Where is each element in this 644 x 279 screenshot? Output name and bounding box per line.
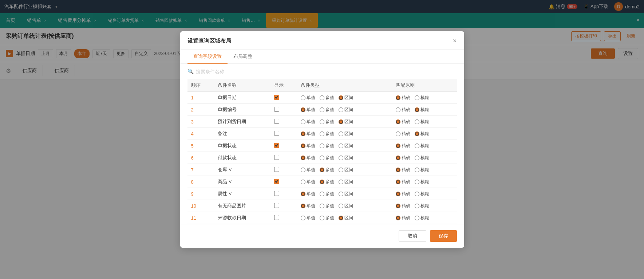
row-type-cell[interactable]: 单值多值区间: [297, 92, 392, 104]
match-radio-模糊[interactable]: [415, 107, 419, 112]
type-option-单值[interactable]: 单值: [301, 95, 315, 101]
match-radio-模糊[interactable]: [415, 144, 419, 148]
match-option-模糊[interactable]: 模糊: [415, 215, 429, 221]
type-radio-单值[interactable]: [301, 119, 305, 124]
row-type-cell[interactable]: 单值多值区间: [297, 188, 392, 200]
tab-layout-adjust[interactable]: 布局调整: [228, 50, 258, 64]
row-type-cell[interactable]: 单值多值区间: [297, 176, 392, 188]
type-radio-单值[interactable]: [301, 144, 305, 148]
row-match-cell[interactable]: 精确模糊: [392, 128, 457, 140]
type-radio-单值[interactable]: [301, 156, 305, 160]
type-radio-区间[interactable]: [339, 180, 343, 184]
type-option-区间[interactable]: 区间: [339, 143, 353, 149]
row-display-cell[interactable]: [270, 92, 297, 104]
match-option-精确[interactable]: 精确: [396, 131, 410, 137]
row-match-cell[interactable]: 精确模糊: [392, 140, 457, 152]
type-option-单值[interactable]: 单值: [301, 179, 315, 185]
row-match-cell[interactable]: 精确模糊: [392, 92, 457, 104]
type-option-区间[interactable]: 区间: [339, 107, 353, 113]
match-radio-精确[interactable]: [396, 144, 400, 148]
row-type-cell[interactable]: 单值多值区间: [297, 140, 392, 152]
type-option-区间[interactable]: 区间: [339, 95, 353, 101]
match-option-模糊[interactable]: 模糊: [415, 95, 429, 101]
search-input[interactable]: [196, 69, 261, 74]
display-checkbox[interactable]: [274, 191, 279, 196]
type-radio-区间[interactable]: [339, 144, 343, 148]
match-option-精确[interactable]: 精确: [396, 215, 410, 221]
type-radio-多值[interactable]: [320, 204, 324, 208]
match-radio-精确[interactable]: [396, 216, 400, 220]
row-type-cell[interactable]: 单值多值区间: [297, 212, 392, 224]
row-match-cell[interactable]: 精确模糊: [392, 176, 457, 188]
row-display-cell[interactable]: [270, 164, 297, 176]
match-radio-模糊[interactable]: [415, 204, 419, 208]
match-option-精确[interactable]: 精确: [396, 143, 410, 149]
row-match-cell[interactable]: 精确模糊: [392, 104, 457, 116]
type-option-单值[interactable]: 单值: [301, 203, 315, 209]
match-option-模糊[interactable]: 模糊: [415, 131, 429, 137]
match-option-精确[interactable]: 精确: [396, 179, 410, 185]
type-option-多值[interactable]: 多值: [320, 119, 334, 125]
type-radio-区间[interactable]: [339, 131, 343, 136]
match-option-精确[interactable]: 精确: [396, 203, 410, 209]
display-checkbox[interactable]: [274, 143, 279, 148]
row-match-cell[interactable]: 精确模糊: [392, 188, 457, 200]
match-radio-精确[interactable]: [396, 131, 400, 136]
type-radio-多值[interactable]: [320, 131, 324, 136]
display-checkbox[interactable]: [274, 203, 279, 208]
row-display-cell[interactable]: [270, 116, 297, 128]
row-display-cell[interactable]: [270, 188, 297, 200]
type-radio-区间[interactable]: [339, 156, 343, 160]
cancel-button[interactable]: 取消: [399, 230, 426, 242]
type-option-多值[interactable]: 多值: [320, 215, 334, 221]
type-radio-多值[interactable]: [320, 216, 324, 220]
match-option-精确[interactable]: 精确: [396, 107, 410, 113]
match-radio-精确[interactable]: [396, 192, 400, 196]
match-radio-模糊[interactable]: [415, 180, 419, 184]
type-option-多值[interactable]: 多值: [320, 131, 334, 137]
type-option-单值[interactable]: 单值: [301, 167, 315, 173]
type-radio-单值[interactable]: [301, 131, 305, 136]
row-type-cell[interactable]: 单值多值区间: [297, 128, 392, 140]
display-checkbox[interactable]: [274, 215, 279, 220]
row-match-cell[interactable]: 精确模糊: [392, 152, 457, 164]
match-radio-精确[interactable]: [396, 204, 400, 208]
match-radio-精确[interactable]: [396, 168, 400, 172]
match-option-模糊[interactable]: 模糊: [415, 107, 429, 113]
type-radio-多值[interactable]: [320, 156, 324, 160]
type-option-多值[interactable]: 多值: [320, 95, 334, 101]
match-radio-精确[interactable]: [396, 156, 400, 160]
type-radio-多值[interactable]: [320, 107, 324, 112]
row-match-cell[interactable]: 精确模糊: [392, 116, 457, 128]
match-radio-精确[interactable]: [396, 107, 400, 112]
display-checkbox[interactable]: [274, 179, 279, 184]
type-option-单值[interactable]: 单值: [301, 107, 315, 113]
display-checkbox[interactable]: [274, 107, 279, 112]
type-radio-区间[interactable]: [339, 192, 343, 196]
row-display-cell[interactable]: [270, 212, 297, 224]
display-checkbox[interactable]: [274, 155, 279, 160]
row-display-cell[interactable]: [270, 152, 297, 164]
type-option-区间[interactable]: 区间: [339, 167, 353, 173]
type-radio-单值[interactable]: [301, 168, 305, 172]
row-display-cell[interactable]: [270, 104, 297, 116]
match-option-模糊[interactable]: 模糊: [415, 191, 429, 197]
row-type-cell[interactable]: 单值多值区间: [297, 164, 392, 176]
type-option-区间[interactable]: 区间: [339, 119, 353, 125]
match-option-精确[interactable]: 精确: [396, 191, 410, 197]
match-option-模糊[interactable]: 模糊: [415, 143, 429, 149]
type-radio-多值[interactable]: [320, 95, 324, 100]
type-option-多值[interactable]: 多值: [320, 107, 334, 113]
match-radio-模糊[interactable]: [415, 168, 419, 172]
row-match-cell[interactable]: 精确模糊: [392, 200, 457, 212]
row-type-cell[interactable]: 单值多值区间: [297, 152, 392, 164]
type-option-多值[interactable]: 多值: [320, 155, 334, 161]
save-button[interactable]: 保存: [430, 230, 457, 242]
type-radio-单值[interactable]: [301, 107, 305, 112]
type-radio-区间[interactable]: [339, 168, 343, 172]
match-option-精确[interactable]: 精确: [396, 167, 410, 173]
row-display-cell[interactable]: [270, 200, 297, 212]
type-option-单值[interactable]: 单值: [301, 119, 315, 125]
display-checkbox[interactable]: [274, 119, 279, 124]
match-option-精确[interactable]: 精确: [396, 119, 410, 125]
